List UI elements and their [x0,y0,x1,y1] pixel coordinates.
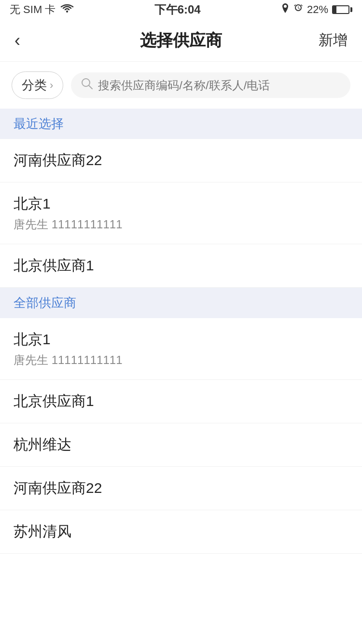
list-item[interactable]: 苏州清风 [0,510,362,554]
page-title: 选择供应商 [140,29,222,52]
status-bar: 无 SIM 卡 下午6:04 22% [0,0,362,19]
search-icon [81,77,93,93]
list-item[interactable]: 河南供应商22 [0,139,362,182]
add-button[interactable]: 新增 [319,30,348,50]
list-item[interactable]: 北京1唐先生 11111111111 [0,318,362,380]
item-name: 北京供应商1 [14,392,348,411]
item-subtitle: 唐先生 11111111111 [14,352,348,368]
list-item[interactable]: 北京1唐先生 11111111111 [0,182,362,244]
location-icon [281,3,290,16]
item-name: 北京1 [14,330,348,350]
svg-line-2 [89,85,92,89]
status-time: 下午6:04 [154,2,201,17]
item-name: 北京1 [14,194,348,214]
section-header-all: 全部供应商 [0,288,362,318]
chevron-icon: › [50,79,53,92]
section-header-text-recent: 最近选择 [14,116,64,131]
sections-container: 最近选择河南供应商22北京1唐先生 11111111111北京供应商1全部供应商… [0,109,362,554]
item-name: 河南供应商22 [14,151,348,170]
category-button[interactable]: 分类 › [12,71,63,99]
back-button[interactable]: ‹ [14,30,43,51]
category-label: 分类 [22,77,47,94]
section-header-recent: 最近选择 [0,109,362,139]
list-item[interactable]: 北京供应商1 [0,380,362,423]
nav-bar: ‹ 选择供应商 新增 [0,19,362,62]
item-subtitle: 唐先生 11111111111 [14,217,348,232]
svg-point-0 [66,11,68,13]
search-wrapper [71,72,350,98]
battery-percentage: 22% [307,3,328,16]
wifi-icon [60,3,74,16]
status-right: 22% [281,3,352,16]
search-input[interactable] [98,79,341,92]
item-name: 河南供应商22 [14,478,348,498]
list-item[interactable]: 河南供应商22 [0,467,362,510]
status-left: 无 SIM 卡 [10,2,74,17]
item-name: 苏州清风 [14,522,348,542]
alarm-icon [293,3,303,16]
item-name: 北京供应商1 [14,256,348,276]
section-header-text-all: 全部供应商 [14,295,76,310]
list-item[interactable]: 杭州维达 [0,423,362,467]
search-bar: 分类 › [0,62,362,109]
item-name: 杭州维达 [14,435,348,455]
battery-icon [332,5,352,14]
list-item[interactable]: 北京供应商1 [0,244,362,288]
no-sim-text: 无 SIM 卡 [10,2,56,17]
